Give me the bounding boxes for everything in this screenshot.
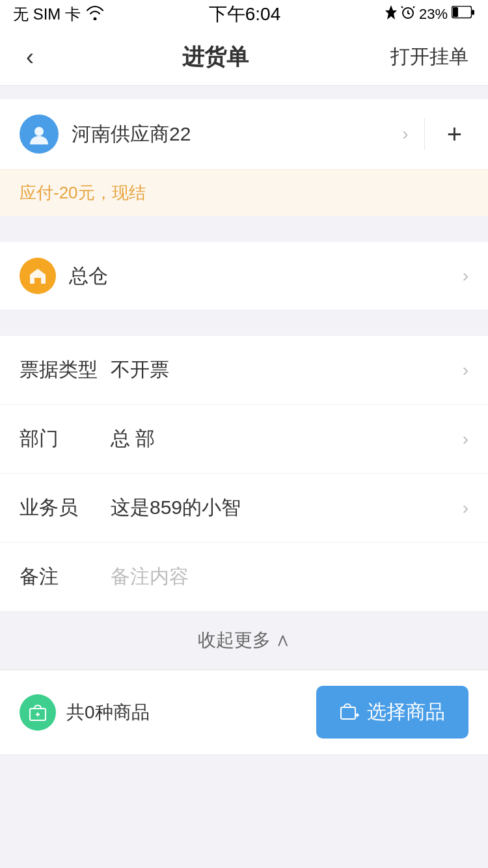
select-goods-button[interactable]: 选择商品 — [316, 686, 468, 739]
carrier-text: 无 SIM 卡 — [13, 4, 81, 25]
invoice-label: 票据类型 — [20, 357, 111, 383]
open-pending-button[interactable]: 打开挂单 — [390, 44, 468, 70]
product-count-icon — [20, 694, 56, 731]
salesman-row[interactable]: 业务员 这是859的小智 › — [0, 474, 488, 543]
page-body — [0, 754, 488, 868]
divider — [424, 118, 425, 150]
product-count-area: 共0种商品 — [20, 694, 150, 731]
svg-point-8 — [34, 127, 44, 136]
invoice-chevron-icon: › — [463, 360, 468, 381]
invoice-value: 不开票 — [111, 357, 463, 383]
section-gap-3 — [0, 310, 488, 323]
section-gap-1 — [0, 86, 488, 99]
notice-bar: 应付-20元，现结 — [0, 169, 488, 216]
notice-text: 应付-20元，现结 — [20, 183, 146, 202]
warehouse-chevron-icon: › — [463, 265, 468, 286]
remark-row[interactable]: 备注 备注内容 — [0, 543, 488, 611]
svg-line-4 — [413, 7, 414, 8]
dept-value: 总 部 — [111, 426, 463, 452]
salesman-label: 业务员 — [20, 495, 111, 521]
status-right: 23% — [385, 5, 475, 23]
supplier-name: 河南供应商22 — [72, 121, 402, 148]
product-count-text: 共0种商品 — [66, 700, 150, 725]
bottom-bar: 共0种商品 选择商品 — [0, 670, 488, 754]
dept-label: 部门 — [20, 426, 111, 452]
svg-rect-7 — [472, 10, 474, 15]
dept-row[interactable]: 部门 总 部 › — [0, 405, 488, 474]
invoice-row[interactable]: 票据类型 不开票 › — [0, 336, 488, 405]
wifi-icon — [86, 6, 104, 23]
supplier-chevron-icon: › — [402, 124, 408, 144]
status-time: 下午6:04 — [209, 2, 281, 27]
warehouse-section: 总仓 › — [0, 242, 488, 310]
status-left: 无 SIM 卡 — [13, 4, 104, 25]
warehouse-icon — [20, 258, 56, 294]
collapse-row[interactable]: 收起更多 ∧ — [0, 611, 488, 670]
salesman-chevron-icon: › — [463, 498, 468, 519]
battery-icon — [452, 6, 475, 23]
status-bar: 无 SIM 卡 下午6:04 23% — [0, 0, 488, 29]
page-title: 进货单 — [182, 42, 249, 72]
svg-line-3 — [401, 7, 403, 8]
location-icon — [385, 5, 397, 23]
battery-percent: 23% — [419, 6, 448, 23]
dept-chevron-icon: › — [463, 429, 468, 450]
remark-label: 备注 — [20, 563, 111, 590]
supplier-avatar — [20, 115, 59, 154]
collapse-label: 收起更多 ∧ — [198, 628, 291, 653]
form-section: 票据类型 不开票 › 部门 总 部 › 业务员 这是859的小智 › 备注 备注… — [0, 336, 488, 611]
svg-rect-9 — [34, 278, 41, 284]
supplier-row[interactable]: 河南供应商22 › + — [0, 99, 488, 169]
back-button[interactable]: ‹ — [20, 37, 40, 77]
select-goods-label: 选择商品 — [367, 699, 445, 726]
add-supplier-button[interactable]: + — [441, 120, 468, 149]
supplier-section: 河南供应商22 › + 应付-20元，现结 — [0, 99, 488, 216]
nav-bar: ‹ 进货单 打开挂单 — [0, 29, 488, 86]
warehouse-name: 总仓 — [69, 263, 463, 290]
remark-input[interactable]: 备注内容 — [111, 563, 468, 590]
salesman-value: 这是859的小智 — [111, 495, 463, 521]
svg-rect-6 — [453, 7, 458, 17]
alarm-icon — [401, 5, 415, 23]
svg-rect-13 — [341, 707, 355, 719]
section-gap-2 — [0, 216, 488, 229]
warehouse-row[interactable]: 总仓 › — [0, 242, 488, 310]
